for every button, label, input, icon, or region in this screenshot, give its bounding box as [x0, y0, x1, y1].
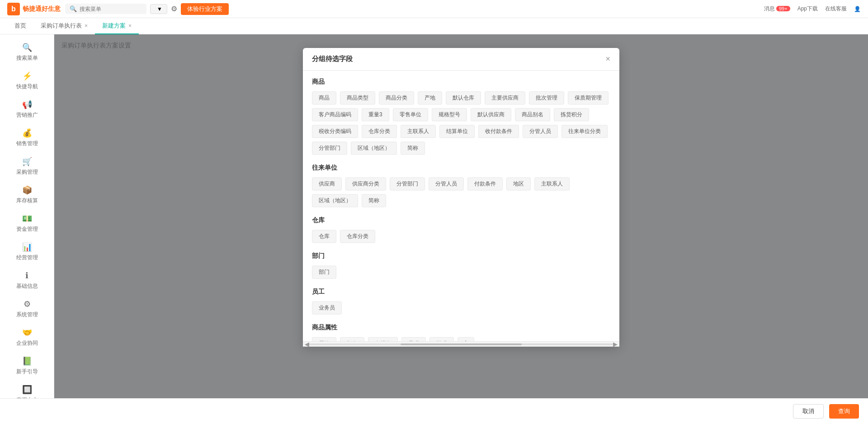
modal-title: 分组待选字段 — [312, 55, 353, 63]
logo-text: 畅捷通好生意 — [23, 5, 61, 13]
search-icon: 🔍 — [70, 5, 77, 12]
tag-dept-managed[interactable]: 分管部门 — [312, 142, 347, 155]
sidebar-item-basic-info[interactable]: ℹ 基础信息 — [0, 266, 54, 295]
tag-batch-mgmt[interactable]: 批次管理 — [529, 91, 564, 105]
marketing-icon: 📢 — [22, 100, 32, 110]
tag-short-name[interactable]: 简称 — [401, 142, 425, 155]
tag-retail-unit[interactable]: 零售单位 — [393, 108, 428, 121]
sidebar-item-guide[interactable]: 📗 新手引导 — [0, 352, 54, 380]
tag-payment-terms[interactable]: 收付款条件 — [478, 125, 519, 138]
logo: b 畅捷通好生意 — [7, 3, 61, 15]
tag-default-warehouse[interactable]: 默认仓库 — [446, 91, 481, 105]
modal-dialog: 分组待选字段 × 商品 商品 商品类型 商品分类 产地 默认仓库 — [303, 48, 619, 347]
tag-supplier-category[interactable]: 供应商分类 — [345, 177, 386, 191]
tag-default-supplier[interactable]: 默认供应商 — [471, 108, 511, 121]
sidebar-item-quick-nav[interactable]: ⚡ 快捷导航 — [0, 67, 54, 95]
tag-partner-supervisor[interactable]: 分管人员 — [429, 177, 464, 191]
sidebar-item-search[interactable]: 🔍 搜索菜单 — [0, 38, 54, 67]
sidebar-item-collab[interactable]: 🤝 企业协同 — [0, 323, 54, 352]
tag-sales-staff[interactable]: 业务员 — [312, 301, 342, 314]
tag-main-supplier[interactable]: 主要供应商 — [485, 91, 525, 105]
section-goods-attr-title: 商品属性 — [312, 324, 610, 332]
main-layout: 🔍 搜索菜单 ⚡ 快捷导航 📢 营销推广 💰 销售管理 🛒 采购管理 📦 库存核… — [0, 34, 868, 424]
operations-icon: 📊 — [22, 242, 32, 252]
tag-partner-region[interactable]: 区域（地区） — [312, 194, 358, 207]
try-button[interactable]: 体验行业方案 — [181, 3, 229, 15]
gear-icon[interactable]: ⚙ — [171, 5, 177, 13]
scroll-track — [309, 343, 613, 345]
tab-purchase-exec[interactable]: 采购订单执行表 × — [33, 18, 95, 34]
tag-goods-type[interactable]: 商品类型 — [340, 91, 375, 105]
tag-shoe-size[interactable]: 鞋码 — [429, 337, 454, 341]
tag-attribute[interactable]: 属性 — [312, 337, 336, 341]
section-dept-tags: 部门 — [312, 266, 610, 279]
tag-settlement-unit[interactable]: 结算单位 — [439, 125, 475, 138]
tag-partner-main-contact[interactable]: 主联系人 — [534, 177, 570, 191]
cancel-button[interactable]: 取消 — [793, 404, 824, 419]
search-bar[interactable]: 🔍 — [65, 4, 146, 14]
tab-home-label: 首页 — [14, 22, 26, 30]
system-icon: ⚙ — [24, 299, 31, 309]
tag-dept[interactable]: 部门 — [312, 266, 336, 279]
tag-main-contact[interactable]: 主联系人 — [401, 125, 436, 138]
tag-partner-dept[interactable]: 分管部门 — [390, 177, 425, 191]
scroll-right-arrow[interactable]: ▶ — [613, 341, 618, 348]
apps-icon: 🔲 — [22, 385, 32, 395]
tag-region-district[interactable]: 区域（地区） — [351, 142, 397, 155]
modal-scrollbar[interactable]: ◀ ▶ — [303, 341, 619, 347]
tag-goods-item[interactable]: 商品 — [312, 91, 336, 105]
tag-customer-sku[interactable]: 客户商品编码 — [312, 108, 358, 121]
tag-spec-model[interactable]: 规格型号 — [432, 108, 467, 121]
tag-supervisor[interactable]: 分管人员 — [523, 125, 558, 138]
guide-icon: 📗 — [22, 356, 32, 366]
tag-warehouse[interactable]: 仓库 — [312, 230, 336, 243]
tab-new-plan-close-icon[interactable]: × — [128, 23, 132, 29]
section-partner-title: 往来单位 — [312, 164, 610, 172]
tag-quality-mgmt[interactable]: 保质期管理 — [568, 91, 609, 105]
section-employee-tags: 业务员 — [312, 301, 610, 314]
tag-tax-code[interactable]: 税收分类编码 — [312, 125, 358, 138]
tag-size[interactable]: 尺码 — [401, 337, 426, 341]
search-input[interactable] — [80, 6, 134, 12]
tag-multi-spec[interactable]: 多规格 — [368, 337, 398, 341]
scroll-left-arrow[interactable]: ◀ — [305, 341, 309, 348]
sidebar-item-finance[interactable]: 💵 资金管理 — [0, 209, 54, 238]
online-service-link[interactable]: 在线客服 — [825, 5, 847, 13]
tag-origin[interactable]: 产地 — [418, 91, 442, 105]
confirm-button[interactable]: 查询 — [829, 404, 859, 419]
tab-purchase-close-icon[interactable]: × — [85, 23, 88, 29]
modal-close-icon[interactable]: × — [605, 54, 610, 64]
tag-partner-category[interactable]: 往来单位分类 — [561, 125, 608, 138]
section-goods-attr: 商品属性 属性 颜色 多规格 尺码 鞋码 1 — [312, 324, 610, 341]
tag-color[interactable]: 颜色 — [340, 337, 364, 341]
tag-partner-short-name[interactable]: 简称 — [362, 194, 386, 207]
sales-icon: 💰 — [22, 128, 32, 138]
tag-warehouse-category[interactable]: 仓库分类 — [362, 125, 397, 138]
tab-new-plan[interactable]: 新建方案 × — [95, 18, 139, 34]
section-warehouse-tags: 仓库 仓库分类 — [312, 230, 610, 243]
section-goods-tags: 商品 商品类型 商品分类 产地 默认仓库 主要供应商 批次管理 保质期管理 客户… — [312, 91, 610, 155]
sidebar-item-marketing[interactable]: 📢 营销推广 — [0, 95, 54, 124]
sidebar-item-sales[interactable]: 💰 销售管理 — [0, 124, 54, 152]
tag-goods-category[interactable]: 商品分类 — [379, 91, 414, 105]
search-sidebar-icon: 🔍 — [22, 43, 32, 52]
section-goods: 商品 商品 商品类型 商品分类 产地 默认仓库 主要供应商 批次管理 保质期管理… — [312, 78, 610, 155]
app-download-link[interactable]: App下载 — [797, 5, 818, 13]
tag-pick-points[interactable]: 拣货积分 — [554, 108, 589, 121]
sidebar-item-inventory[interactable]: 📦 库存核算 — [0, 181, 54, 209]
tag-goods-alias[interactable]: 商品别名 — [515, 108, 550, 121]
tab-purchase-exec-label: 采购订单执行表 — [41, 22, 82, 30]
notification-area[interactable]: 消息 99+ — [764, 5, 790, 13]
avatar[interactable]: 👤 — [854, 6, 861, 12]
tag-supplier[interactable]: 供应商 — [312, 177, 342, 191]
tag-one[interactable]: 1 — [458, 337, 474, 341]
tag-weight[interactable]: 重量3 — [362, 108, 389, 121]
dropdown-btn[interactable]: ▼ — [150, 4, 167, 14]
tag-area[interactable]: 地区 — [506, 177, 531, 191]
tag-payment-condition[interactable]: 付款条件 — [467, 177, 503, 191]
sidebar-item-purchase[interactable]: 🛒 采购管理 — [0, 152, 54, 181]
tag-warehouse-class[interactable]: 仓库分类 — [340, 230, 375, 243]
sidebar-item-system[interactable]: ⚙ 系统管理 — [0, 295, 54, 323]
sidebar-item-operations[interactable]: 📊 经营管理 — [0, 238, 54, 266]
tab-home[interactable]: 首页 — [7, 18, 33, 34]
